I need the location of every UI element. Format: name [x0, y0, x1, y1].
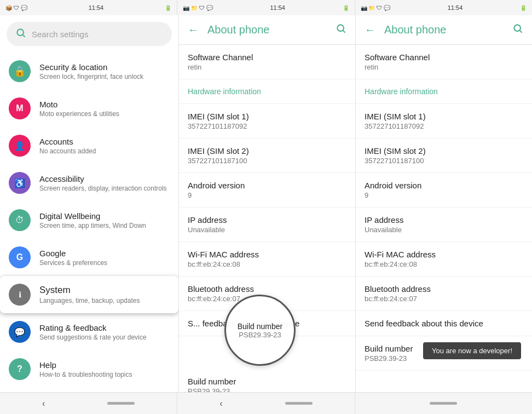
notification-icons-mid: 📷 📁 🛡 💬 — [183, 5, 212, 11]
right-panel-content: Software Channel retin Hardware informat… — [356, 45, 532, 392]
back-icon-right[interactable]: ← — [365, 24, 375, 36]
google-subtitle: Services & preferences — [39, 259, 170, 267]
security-text: Security & location Screen lock, fingerp… — [39, 62, 170, 81]
middle-build-number[interactable]: Build number PSB29.39-23 — [179, 369, 355, 392]
digital-wellbeing-subtitle: Screen time, app timers, Wind Down — [39, 222, 170, 229]
accessibility-text: Accessibility Screen readers, display, i… — [39, 174, 170, 192]
right-wifi-mac[interactable]: Wi-Fi MAC address bc:ff:eb:24:ce:08 — [356, 242, 532, 277]
nav-home-left[interactable] — [107, 402, 135, 405]
security-subtitle: Screen lock, fingerprint, face unlock — [39, 73, 170, 81]
right-bluetooth[interactable]: Bluetooth address bc:ff:eb:24:ce:07 — [356, 277, 532, 311]
rating-subtitle: Send suggestions & rate your device — [39, 334, 170, 341]
right-bluetooth-label: Bluetooth address — [365, 284, 523, 294]
sidebar-item-digital-wellbeing[interactable]: ⏱ Digital Wellbeing Screen time, app tim… — [0, 202, 178, 239]
middle-panel-header: ← About phone — [179, 15, 355, 45]
sidebar-item-security[interactable]: 🔒 Security & location Screen lock, finge… — [0, 53, 178, 90]
right-hardware-label: Hardware information — [365, 87, 523, 96]
middle-feedback[interactable]: S... feedback about this device Build nu… — [179, 311, 355, 336]
nav-bar: ‹ ‹ — [0, 392, 532, 414]
svg-point-4 — [514, 25, 521, 31]
google-title: Google — [39, 249, 170, 258]
right-feedback[interactable]: Send feedback about this device — [356, 311, 532, 336]
google-icon: G — [9, 246, 31, 268]
build-number-circle-overlay: Build number PSB29.39-23 — [224, 295, 296, 366]
sidebar-item-system[interactable]: ℹ System Languages, time, backup, update… — [0, 276, 178, 313]
svg-point-2 — [337, 25, 344, 31]
right-android-version-label: Android version — [365, 181, 523, 190]
middle-hardware-label: Hardware information — [188, 87, 346, 96]
search-bar[interactable]: Search settings — [7, 22, 172, 46]
sidebar-item-accounts[interactable]: 👤 Accounts No accounts added — [0, 127, 178, 164]
middle-android-version-label: Android version — [188, 181, 346, 190]
sidebar-item-help[interactable]: ? Help How-to & troubleshooting topics — [0, 350, 178, 388]
settings-panel: Search settings 🔒 Security & location Sc… — [0, 15, 179, 392]
search-icon-middle[interactable] — [336, 23, 346, 37]
security-icon: 🔒 — [9, 60, 31, 82]
middle-bluetooth-label: Bluetooth address — [188, 284, 346, 294]
middle-imei1-label: IMEI (SIM slot 1) — [188, 112, 346, 121]
rating-text: Rating & feedback Send suggestions & rat… — [39, 323, 170, 341]
help-subtitle: How-to & troubleshooting topics — [39, 371, 170, 378]
accessibility-subtitle: Screen readers, display, interaction con… — [39, 185, 170, 192]
moto-text: Moto Moto experiences & utilities — [39, 100, 170, 118]
battery-mid: 🔋 — [343, 5, 349, 11]
nav-back-middle[interactable]: ‹ — [219, 399, 222, 409]
middle-wifi-value: bc:ff:eb:24:ce:08 — [188, 260, 346, 268]
right-imei2[interactable]: IMEI (SIM slot 2) 357227101187100 — [356, 139, 532, 173]
system-title: System — [39, 285, 170, 296]
right-android-version[interactable]: Android version 9 — [356, 173, 532, 208]
middle-imei2[interactable]: IMEI (SIM slot 2) 357227101187100 — [179, 139, 355, 173]
back-icon-middle[interactable]: ← — [188, 24, 199, 36]
middle-imei1[interactable]: IMEI (SIM slot 1) 357227101187092 — [179, 104, 355, 139]
middle-wifi-mac[interactable]: Wi-Fi MAC address bc:ff:eb:24:ce:08 — [179, 242, 355, 277]
sidebar-item-google[interactable]: G Google Services & preferences — [0, 239, 178, 276]
battery-icons-left: 🔋 — [165, 5, 171, 11]
middle-software-channel[interactable]: Software Channel retin — [179, 45, 355, 79]
accounts-subtitle: No accounts added — [39, 147, 170, 155]
right-imei1-label: IMEI (SIM slot 1) — [365, 112, 523, 121]
search-icon-right[interactable] — [512, 23, 523, 37]
sidebar-item-rating[interactable]: 💬 Rating & feedback Send suggestions & r… — [0, 313, 178, 350]
nav-home-right[interactable] — [430, 402, 457, 405]
right-panel-title: About phone — [384, 24, 504, 36]
right-ip-address[interactable]: IP address Unavailable — [356, 208, 532, 242]
middle-wifi-label: Wi-Fi MAC address — [188, 250, 346, 259]
system-subtitle: Languages, time, backup, updates — [39, 297, 170, 304]
battery-left: 🔋 — [165, 5, 171, 11]
google-text: Google Services & preferences — [39, 249, 170, 267]
middle-ip-address[interactable]: IP address Unavailable — [179, 208, 355, 242]
status-icons-left: 📦 🛡 💬 — [5, 5, 27, 11]
sidebar-item-accessibility[interactable]: ♿ Accessibility Screen readers, display,… — [0, 164, 178, 202]
help-text: Help How-to & troubleshooting topics — [39, 360, 170, 378]
middle-software-channel-value: retin — [188, 63, 346, 71]
right-wifi-value: bc:ff:eb:24:ce:08 — [365, 260, 523, 268]
right-feedback-label: Send feedback about this device — [365, 319, 523, 328]
search-placeholder: Search settings — [32, 30, 88, 39]
nav-back-left[interactable]: ‹ — [42, 399, 45, 409]
middle-ip-label: IP address — [188, 215, 346, 225]
battery-icons-right: 🔋 — [520, 5, 527, 11]
time-middle: 11:54 — [270, 4, 285, 11]
accounts-text: Accounts No accounts added — [39, 137, 170, 155]
time-right: 11:54 — [448, 4, 463, 11]
sidebar-item-moto[interactable]: M Moto Moto experiences & utilities — [0, 90, 178, 127]
status-segment-middle: 📷 📁 🛡 💬 11:54 🔋 — [177, 0, 355, 15]
middle-imei2-value: 357227101187100 — [188, 157, 346, 165]
digital-wellbeing-text: Digital Wellbeing Screen time, app timer… — [39, 211, 170, 229]
middle-ip-value: Unavailable — [188, 226, 346, 234]
middle-panel-title: About phone — [207, 24, 327, 36]
svg-line-1 — [23, 35, 25, 37]
right-panel-header: ← About phone — [356, 15, 532, 45]
right-imei1[interactable]: IMEI (SIM slot 1) 357227101187092 — [356, 104, 532, 139]
svg-line-5 — [520, 31, 522, 33]
nav-home-middle[interactable] — [285, 402, 313, 405]
moto-title: Moto — [39, 100, 170, 109]
accessibility-icon: ♿ — [9, 172, 31, 194]
help-icon: ? — [9, 358, 31, 380]
system-text: System Languages, time, backup, updates — [39, 285, 170, 304]
icons-right: 📷 📁 🛡 💬 — [361, 5, 390, 11]
moto-subtitle: Moto experiences & utilities — [39, 110, 170, 118]
main-area: Search settings 🔒 Security & location Sc… — [0, 15, 532, 392]
middle-android-version[interactable]: Android version 9 — [179, 173, 355, 208]
right-software-channel[interactable]: Software Channel retin — [356, 45, 532, 79]
